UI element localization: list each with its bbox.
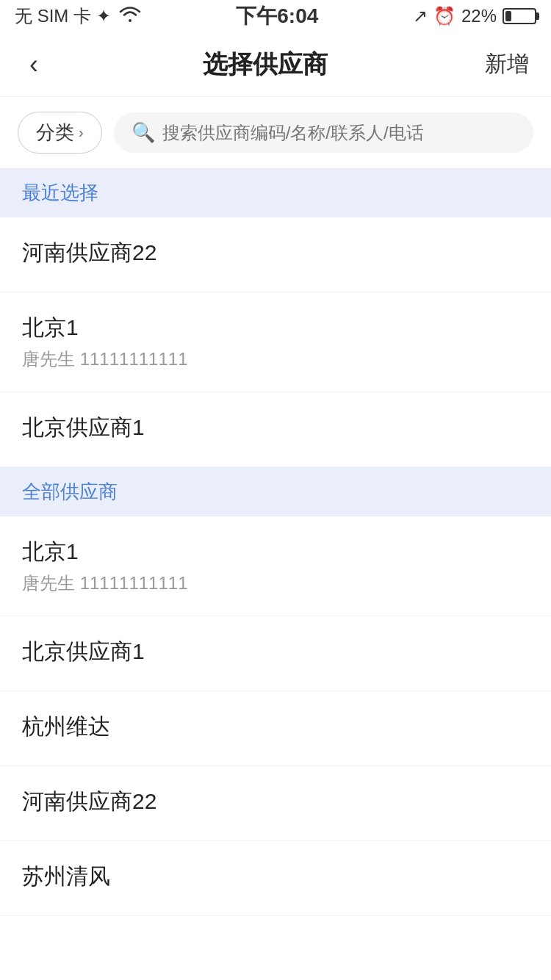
clock-icon: ⏰ [433, 6, 455, 26]
all-item-3[interactable]: 河南供应商22 [0, 766, 551, 841]
all-item-1[interactable]: 北京供应商1 [0, 616, 551, 691]
all-item-0[interactable]: 北京1 唐先生 11111111111 [0, 516, 551, 616]
recent-section-header: 最近选择 [0, 168, 551, 217]
location-icon: ↗ [413, 6, 428, 26]
search-box: 🔍 [114, 112, 533, 153]
status-right: ↗ ⏰ 22% [413, 6, 536, 26]
all-item-2[interactable]: 杭州维达 [0, 691, 551, 766]
wifi-icon [118, 6, 142, 26]
item-name: 北京供应商1 [22, 413, 529, 443]
recent-item-2[interactable]: 北京供应商1 [0, 392, 551, 467]
item-name: 苏州清风 [22, 862, 529, 892]
filter-bar: 分类 › 🔍 [0, 97, 551, 168]
back-button[interactable]: ‹ [22, 42, 46, 87]
nav-bar: ‹ 选择供应商 新增 [0, 32, 551, 97]
item-name: 北京供应商1 [22, 637, 529, 667]
item-name: 北京1 [22, 537, 529, 567]
all-item-4[interactable]: 苏州清风 [0, 841, 551, 916]
search-input[interactable] [162, 123, 516, 143]
status-time: 下午6:04 [236, 2, 318, 30]
recent-items-list: 河南供应商22 北京1 唐先生 11111111111 北京供应商1 [0, 217, 551, 467]
status-left: 无 SIM 卡 ✦ [15, 4, 142, 28]
category-label: 分类 [36, 120, 74, 145]
battery-label: 22% [461, 6, 497, 26]
add-button[interactable]: 新增 [485, 49, 529, 79]
item-sub: 唐先生 11111111111 [22, 572, 529, 595]
item-name: 北京1 [22, 313, 529, 343]
page-title: 选择供应商 [203, 48, 328, 82]
battery-fill [505, 11, 511, 21]
recent-item-1[interactable]: 北京1 唐先生 11111111111 [0, 292, 551, 392]
search-icon: 🔍 [132, 121, 155, 144]
item-name: 杭州维达 [22, 712, 529, 742]
chevron-right-icon: › [79, 124, 84, 141]
no-sim-label: 无 SIM 卡 ✦ [15, 4, 111, 28]
all-items-list: 北京1 唐先生 11111111111 北京供应商1 杭州维达 河南供应商22 … [0, 516, 551, 916]
recent-section-label: 最近选择 [22, 181, 98, 203]
category-filter-button[interactable]: 分类 › [18, 112, 102, 154]
item-name: 河南供应商22 [22, 787, 529, 817]
all-section-label: 全部供应商 [22, 480, 118, 502]
item-name: 河南供应商22 [22, 238, 529, 268]
all-section-header: 全部供应商 [0, 467, 551, 516]
item-sub: 唐先生 11111111111 [22, 347, 529, 371]
status-bar: 无 SIM 卡 ✦ 下午6:04 ↗ ⏰ 22% [0, 0, 551, 32]
battery-bar [503, 8, 536, 24]
recent-item-0[interactable]: 河南供应商22 [0, 217, 551, 292]
